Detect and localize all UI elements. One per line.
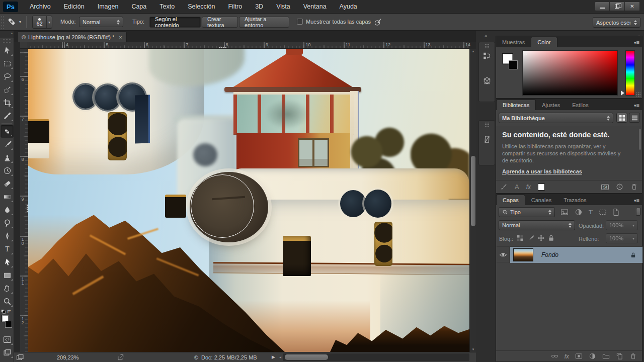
filter-adjustment-layers-icon[interactable] [575, 208, 583, 216]
lasso-tool[interactable] [1, 70, 14, 83]
filter-shape-layers-icon[interactable] [599, 208, 607, 216]
menu-ayuda[interactable]: Ayuda [333, 0, 364, 14]
menu-texto[interactable]: Texto [153, 0, 181, 14]
add-color-swatch-icon[interactable] [538, 184, 545, 191]
menu-seleccion[interactable]: Selección [181, 0, 221, 14]
toolbar-collapse-icon[interactable]: » [0, 31, 14, 38]
zoom-tool[interactable] [1, 295, 14, 308]
hand-tool[interactable] [1, 282, 14, 295]
tab-ajustes[interactable]: Ajustes [536, 100, 566, 110]
pen-tool[interactable] [1, 229, 14, 242]
panel-menu-icon[interactable]: ▾≡ [634, 102, 639, 108]
vertical-scrollbar[interactable]: ▲ ▼ [469, 49, 476, 352]
hue-slider[interactable] [625, 50, 635, 96]
panel-menu-icon[interactable]: ▾≡ [634, 197, 639, 203]
menu-3d[interactable]: 3D [249, 0, 270, 14]
lock-position-icon[interactable] [537, 234, 545, 242]
tab-muestras[interactable]: Muestras [496, 37, 531, 47]
delete-layer-icon[interactable] [629, 352, 637, 360]
zoom-level[interactable]: 209,23% [57, 354, 78, 360]
menu-filtro[interactable]: Filtro [221, 0, 249, 14]
document-size-info[interactable]: Doc: 2,25 MB/2,25 MB [201, 354, 257, 360]
options-grip[interactable] [1, 16, 4, 29]
restore-button[interactable] [610, 2, 625, 11]
lock-all-icon[interactable] [547, 234, 555, 242]
screen-mode-button[interactable] [1, 346, 14, 359]
eraser-tool[interactable] [1, 177, 14, 190]
menu-archivo[interactable]: Archivo [23, 0, 57, 14]
rectangular-marquee-tool[interactable] [1, 57, 14, 70]
tab-estilos[interactable]: Estilos [566, 100, 594, 110]
close-button[interactable]: ✕ [625, 2, 640, 11]
quick-selection-tool[interactable] [1, 83, 14, 96]
filter-pixel-layers-icon[interactable] [560, 208, 569, 216]
background-color-swatch[interactable] [509, 60, 518, 69]
status-expand-icon[interactable]: ▶ [272, 354, 275, 359]
horizontal-scrollbar[interactable] [283, 353, 469, 361]
minimize-button[interactable] [595, 2, 610, 11]
layer-name[interactable]: Fondo [541, 251, 558, 258]
layer-filter-select[interactable]: Tipo [499, 207, 555, 217]
brush-size-picker[interactable]: 62 ▾ [32, 16, 52, 29]
create-texture-button[interactable]: Crear textura [202, 17, 238, 28]
new-layer-icon[interactable] [616, 352, 623, 360]
content-aware-button[interactable]: Según el contenido [149, 17, 201, 28]
pressure-icon[interactable] [373, 18, 382, 27]
color-field[interactable] [522, 50, 618, 96]
rectangle-tool[interactable] [1, 268, 14, 282]
opacity-select[interactable]: 100% ▾ [606, 220, 638, 230]
gradient-tool[interactable] [1, 190, 14, 203]
group-grip[interactable] [485, 122, 490, 127]
new-adjustment-layer-icon[interactable] [589, 352, 596, 360]
panel-menu-icon[interactable]: ▾≡ [634, 39, 639, 45]
ruler-corner[interactable] [20, 42, 28, 49]
blend-mode-select[interactable]: Normal [499, 220, 575, 230]
add-effect-icon[interactable]: fx [526, 184, 531, 191]
menu-ventana[interactable]: Ventana [297, 0, 333, 14]
history-brush-tool[interactable] [1, 164, 14, 177]
toolbar-grip[interactable] [3, 39, 11, 43]
document-tab[interactable]: © Lighthouse.jpg al 209% (RGB/8#) * × [17, 31, 127, 42]
filter-smart-objects-icon[interactable] [612, 208, 620, 216]
info-panel-icon[interactable] [480, 133, 494, 146]
lock-transparency-icon[interactable] [516, 234, 524, 242]
creative-cloud-icon[interactable] [616, 183, 623, 191]
horizontal-scroll-thumb[interactable] [285, 354, 328, 360]
properties-panel-icon[interactable] [480, 74, 494, 87]
healing-brush-icon[interactable] [7, 17, 16, 27]
menu-edicion[interactable]: Edición [57, 0, 91, 14]
layer-row[interactable]: Fondo [497, 246, 642, 262]
add-layer-mask-icon[interactable] [575, 352, 583, 360]
libraries-learn-link[interactable]: Aprenda a usar las bibliotecas [502, 168, 636, 174]
background-color-swatch[interactable] [5, 321, 12, 328]
type-tool[interactable]: T [1, 242, 14, 255]
layer-visibility-eye-icon[interactable] [497, 247, 510, 263]
layer-row-selected[interactable]: Fondo [510, 247, 642, 263]
tab-bibliotecas[interactable]: Bibliotecas [496, 100, 536, 110]
eyedropper-tool[interactable] [1, 109, 14, 122]
layer-thumbnail[interactable] [513, 248, 533, 261]
brush-tool[interactable] [1, 138, 14, 151]
grid-view-button[interactable] [616, 113, 627, 123]
swap-colors-icon[interactable]: ⇄ [7, 309, 11, 314]
dodge-tool[interactable] [1, 216, 14, 229]
tab-capas[interactable]: Capas [496, 195, 525, 205]
fill-select[interactable]: 100% ▾ [606, 233, 638, 243]
menu-capa[interactable]: Capa [125, 0, 153, 14]
proximity-match-button[interactable]: Ajustar a entorno [239, 17, 289, 28]
layer-style-icon[interactable]: fx [565, 353, 569, 360]
tab-color[interactable]: Color [531, 37, 557, 47]
tool-preset-caret-icon[interactable]: ▾ [19, 20, 21, 24]
add-type-icon[interactable]: A [515, 183, 519, 191]
menu-imagen[interactable]: Imagen [91, 0, 125, 14]
crop-tool[interactable] [1, 96, 14, 109]
tab-close-icon[interactable]: × [119, 34, 122, 40]
share-icon[interactable] [117, 353, 124, 362]
color-picker-ring[interactable] [523, 51, 527, 55]
list-view-button[interactable] [629, 113, 640, 123]
library-select[interactable]: Ma Bibliothèque [499, 113, 613, 123]
menu-vista[interactable]: Vista [270, 0, 297, 14]
ruler-vertical[interactable]: 6789101112 [20, 49, 28, 352]
new-group-icon[interactable] [602, 352, 610, 360]
ruler-horizontal[interactable]: 4567891011121314 [28, 42, 469, 49]
